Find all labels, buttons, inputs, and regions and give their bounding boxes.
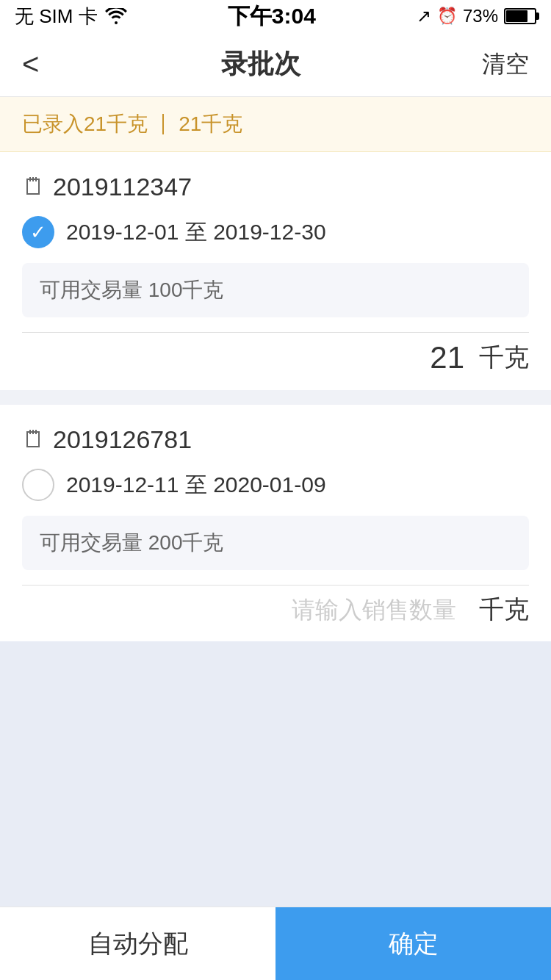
batch-1-header: 🗒 2019112347 <box>0 152 551 209</box>
status-left: 无 SIM 卡 <box>15 4 127 29</box>
location-icon: ↗ <box>417 6 431 26</box>
batch-1-amount: 21 <box>430 340 464 375</box>
checkmark-icon: ✓ <box>30 221 46 244</box>
info-bar: 已录入21千克 21千克 <box>0 97 551 152</box>
total-label: 21千克 <box>179 110 242 138</box>
batch-card-2: 🗒 2019126781 2019-12-11 至 2020-01-09 可用交… <box>0 405 551 641</box>
batch-1-amount-row: 21 千克 <box>0 333 551 390</box>
batch-2-availability: 可用交易量 200千克 <box>22 516 529 570</box>
status-time: 下午3:04 <box>228 1 316 32</box>
carrier-label: 无 SIM 卡 <box>15 4 98 29</box>
clear-button[interactable]: 清空 <box>482 48 529 81</box>
batch-2-radio[interactable] <box>22 469 54 501</box>
back-button[interactable]: < <box>22 48 39 81</box>
batch-2-id: 2019126781 <box>53 425 192 454</box>
batch-2-quantity-input[interactable] <box>22 597 467 624</box>
batch-1-id: 2019112347 <box>53 173 192 201</box>
batch-card-1: 🗒 2019112347 ✓ 2019-12-01 至 2019-12-30 可… <box>0 152 551 390</box>
batch-2-icon: 🗒 <box>22 426 46 453</box>
empty-area <box>0 641 551 935</box>
battery-percent: 73% <box>463 6 498 26</box>
batch-2-unit: 千克 <box>479 593 529 627</box>
info-divider <box>162 114 164 134</box>
recorded-label: 已录入21千克 <box>22 110 148 138</box>
batch-1-unit: 千克 <box>479 341 529 375</box>
page-title: 录批次 <box>221 46 300 82</box>
batch-2-date-row[interactable]: 2019-12-11 至 2020-01-09 <box>0 461 551 508</box>
batch-1-date: 2019-12-01 至 2019-12-30 <box>66 217 326 248</box>
bottom-bar: 自动分配 确定 <box>0 907 551 980</box>
nav-bar: < 录批次 清空 <box>0 32 551 97</box>
batch-1-radio[interactable]: ✓ <box>22 216 54 248</box>
batch-1-date-row[interactable]: ✓ 2019-12-01 至 2019-12-30 <box>0 209 551 256</box>
auto-distribute-button[interactable]: 自动分配 <box>0 907 276 980</box>
batch-2-date: 2019-12-11 至 2020-01-09 <box>66 470 326 500</box>
batch-2-header: 🗒 2019126781 <box>0 405 551 461</box>
batch-1-availability: 可用交易量 100千克 <box>22 263 529 317</box>
page-wrapper: 无 SIM 卡 下午3:04 ↗ ⏰ 73% < 录批次 清空 已录入21千克 … <box>0 0 551 980</box>
batch-1-icon: 🗒 <box>22 173 46 201</box>
card-gap <box>0 390 551 405</box>
alarm-icon: ⏰ <box>437 7 457 26</box>
confirm-button[interactable]: 确定 <box>276 907 551 980</box>
status-bar: 无 SIM 卡 下午3:04 ↗ ⏰ 73% <box>0 0 551 32</box>
status-right: ↗ ⏰ 73% <box>417 6 536 26</box>
batch-2-input-row[interactable]: 千克 <box>0 586 551 641</box>
battery-icon <box>504 8 536 24</box>
wifi-icon <box>105 8 127 24</box>
